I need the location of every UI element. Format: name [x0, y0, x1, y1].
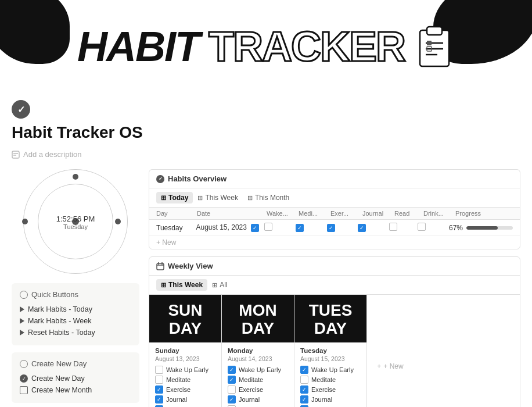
weekly-view-header: Weekly View [149, 257, 520, 276]
play-icon-1 [20, 318, 24, 324]
jour-label-mon: Journal [239, 396, 260, 403]
col-header-drink[interactable]: Drink... [423, 210, 455, 217]
calendar-week-icon [156, 262, 164, 270]
jour-check-mon[interactable] [228, 395, 236, 404]
read-checkbox[interactable] [389, 223, 397, 231]
read-check-tue[interactable] [300, 405, 308, 407]
calendar-icon [20, 386, 28, 394]
row-wake [264, 223, 296, 233]
progress-fill [466, 226, 498, 230]
col-header-progress[interactable]: Progress [455, 210, 513, 217]
svg-rect-7 [12, 151, 19, 158]
meditate-checkbox[interactable] [296, 224, 304, 232]
ex-check-tue[interactable] [300, 385, 308, 394]
table-header: Day Date Wake... Medi... Exer... Journal… [149, 208, 520, 220]
habit-wake-monday: Wake Up Early [228, 366, 288, 374]
habit-read-sunday: Read [155, 405, 215, 407]
play-icon-2 [20, 330, 24, 335]
tab-all-label: All [220, 281, 227, 289]
clipboard-icon [414, 23, 455, 70]
quick-button-item-2[interactable]: Reset Habits - Today [20, 327, 131, 338]
row-day: Tuesday [156, 224, 196, 232]
row-date-check[interactable] [251, 224, 259, 232]
tab-all-weekly[interactable]: ⊞ All [207, 279, 232, 291]
day-card-body-monday: Monday August 14, 2023 Wake Up Early Med… [222, 342, 294, 407]
create-new-day-item-0[interactable]: Create New Day [20, 373, 131, 384]
tab-today[interactable]: ⊞ Today [156, 192, 193, 204]
day-date-sunday: August 13, 2023 [155, 355, 215, 362]
create-new-day-icon [20, 360, 28, 368]
title-habit: HABIT [77, 23, 199, 70]
quick-button-item-1[interactable]: Mark Habits - Week [20, 315, 131, 327]
day-name-line2-monday: DAY [222, 320, 294, 338]
page-content: Habit Tracker OS Add a description 1:52:… [0, 100, 532, 407]
habit-exercise-monday: Exercise [228, 385, 288, 394]
wake-check-mon[interactable] [228, 366, 236, 374]
jour-check-sun[interactable] [155, 395, 163, 404]
day-card-tuesday: TUES DAY Tuesday August 15, 2023 Wake Up… [294, 295, 367, 407]
read-check-mon[interactable] [228, 405, 236, 407]
habit-exercise-tuesday: Exercise [300, 385, 361, 394]
add-description-button[interactable]: Add a description [12, 147, 520, 162]
clock-time-display: 1:52:56 PM Tuesday [56, 215, 95, 230]
tab-all-icon: ⊞ [212, 281, 217, 289]
blob-decoration-tl [0, 0, 70, 64]
jour-check-tue[interactable] [300, 395, 308, 404]
wake-checkbox[interactable] [264, 223, 272, 231]
journal-checkbox[interactable] [358, 224, 366, 232]
tab-month-icon: ⊞ [247, 194, 253, 202]
day-label-sunday: Sunday [155, 347, 215, 354]
med-check-sun[interactable] [155, 376, 163, 384]
ex-label-sun: Exercise [166, 386, 190, 393]
col-header-wake[interactable]: Wake... [267, 210, 299, 217]
habit-exercise-sunday: Exercise [155, 385, 215, 394]
quick-button-item-0[interactable]: Mark Habits - Today [20, 304, 131, 315]
read-check-sun[interactable] [155, 405, 163, 407]
play-icon-0 [20, 306, 24, 312]
habit-wake-tuesday: Wake Up Early [300, 366, 361, 374]
med-check-mon[interactable] [228, 376, 236, 384]
svg-rect-10 [157, 263, 164, 270]
ex-check-sun[interactable] [155, 385, 163, 394]
med-check-tue[interactable] [300, 376, 308, 384]
col-header-exercise[interactable]: Exer... [330, 210, 362, 217]
create-new-day-title: Create New Day [31, 359, 87, 368]
day-name-line1-tuesday: TUES [294, 302, 366, 320]
ex-label-mon: Exercise [239, 386, 263, 393]
wake-check-tue[interactable] [300, 366, 308, 374]
col-header-date[interactable]: Date [197, 210, 267, 217]
add-new-row[interactable]: + New [149, 236, 520, 249]
col-header-meditate[interactable]: Medi... [299, 210, 330, 217]
table-row: Tuesday August 15, 2023 [149, 220, 520, 236]
habit-meditate-sunday: Meditate [155, 376, 215, 384]
create-new-month-item[interactable]: Create New Month [20, 384, 131, 396]
description-icon [12, 151, 20, 159]
day-card-body-tuesday: Tuesday August 15, 2023 Wake Up Early Me… [294, 342, 366, 407]
habit-journal-sunday: Journal [155, 395, 215, 404]
create-new-day-header: Create New Day [20, 359, 131, 368]
clock-widget: 1:52:56 PM Tuesday [23, 169, 128, 274]
clock-dot-left [22, 219, 28, 224]
add-new-day-card[interactable]: + + New [367, 295, 414, 407]
clock-dot-right [115, 219, 121, 224]
tab-this-week-label: This Week [205, 194, 238, 202]
main-layout: 1:52:56 PM Tuesday Quick Buttons Mark Ha… [12, 169, 520, 407]
col-header-journal[interactable]: Journal [362, 210, 394, 217]
progress-text: 67% [449, 224, 463, 232]
quick-buttons-icon [20, 291, 28, 299]
right-panel: Habits Overview ⊞ Today ⊞ This Week ⊞ Th… [149, 169, 520, 407]
tab-this-month[interactable]: ⊞ This Month [243, 192, 294, 204]
drink-checkbox[interactable] [418, 223, 426, 231]
ex-check-mon[interactable] [228, 385, 236, 394]
exercise-checkbox[interactable] [327, 224, 335, 232]
day-date-monday: August 14, 2023 [228, 355, 288, 362]
col-header-read[interactable]: Read [394, 210, 423, 217]
weekly-view-section: Weekly View ⊞ This Week ⊞ All [149, 256, 520, 407]
tab-this-week-weekly[interactable]: ⊞ This Week [156, 279, 207, 291]
col-header-day[interactable]: Day [156, 210, 197, 217]
tab-this-week[interactable]: ⊞ This Week [193, 192, 242, 204]
wake-check-sun[interactable] [155, 366, 163, 374]
clock-day-text: Tuesday [56, 223, 95, 230]
title-tracker: TRACKER [209, 23, 405, 70]
day-name-line1-sunday: SUN [149, 302, 221, 320]
